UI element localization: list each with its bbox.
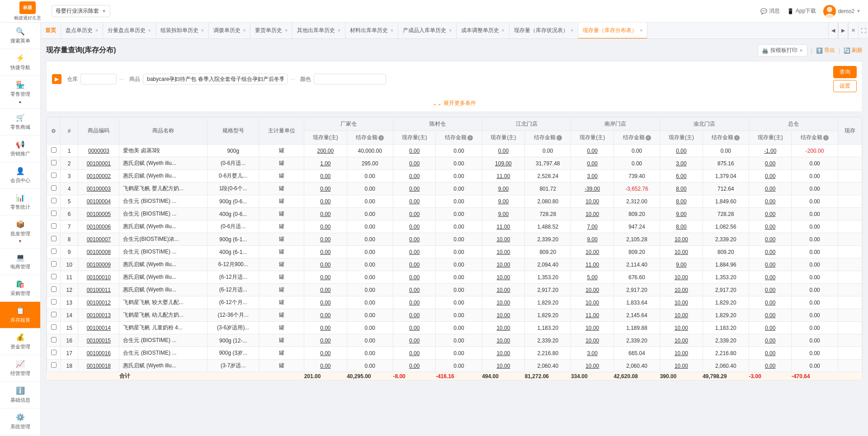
export-button[interactable]: ⬆️ 导出 bbox=[816, 47, 835, 54]
cell-checkbox[interactable] bbox=[47, 183, 61, 195]
tab-8[interactable]: 产成品入库单历史 × bbox=[398, 23, 457, 39]
cell-c-amt: 0.00 bbox=[436, 183, 482, 195]
tab-4[interactable]: 调拨单历史 × bbox=[209, 23, 251, 39]
table-row: 7 00100006 惠氏启赋 (Wyeth illu... (0-6月适...… bbox=[47, 220, 862, 233]
sidebar-item-operations[interactable]: 📈 经营管理 bbox=[0, 355, 40, 382]
cell-checkbox[interactable] bbox=[47, 157, 61, 170]
tab-4-close-icon[interactable]: × bbox=[243, 28, 246, 33]
na-amt-info-icon[interactable]: i bbox=[646, 135, 651, 141]
cell-checkbox[interactable] bbox=[47, 309, 61, 322]
tab-next-btn[interactable]: ▶ bbox=[838, 23, 848, 39]
goods-field: 商品 ··· bbox=[129, 74, 295, 84]
sidebar-item-purchase[interactable]: 🛍️ 采购管理 bbox=[0, 275, 40, 302]
tab-8-close-icon[interactable]: × bbox=[449, 28, 452, 33]
tab-prev-btn[interactable]: ◀ bbox=[828, 23, 838, 39]
cell-t-stock: 0.00 bbox=[749, 246, 792, 258]
tab-2[interactable]: 分量盘点单历史 × bbox=[103, 23, 156, 39]
chen-amt-info-icon[interactable]: i bbox=[467, 135, 473, 141]
tab-6-label: 其他出库单历史 bbox=[297, 27, 335, 34]
cell-name: 惠氏启赋 (Wyeth illu... bbox=[119, 170, 208, 183]
tab-6-close-icon[interactable]: × bbox=[338, 28, 340, 33]
cell-no: 16 bbox=[61, 334, 78, 347]
tab-10-close-icon[interactable]: × bbox=[571, 28, 574, 33]
sidebar-item-nav[interactable]: ⚡ 快捷导航 bbox=[0, 49, 40, 76]
sidebar-item-wholesale[interactable]: 📦 批发管理 ▼ bbox=[0, 216, 40, 248]
cell-checkbox[interactable] bbox=[47, 271, 61, 284]
cell-checkbox[interactable] bbox=[47, 170, 61, 183]
sidebar-item-retail-mall[interactable]: 🛒 零售商城 bbox=[0, 109, 40, 136]
cell-checkbox[interactable] bbox=[47, 246, 61, 258]
print-button[interactable]: 🖨️ 按模板打印 ▼ bbox=[758, 44, 807, 56]
user-area[interactable]: demo2 ▼ bbox=[823, 5, 861, 18]
app-download-btn[interactable]: 📱 App下载 bbox=[787, 7, 816, 15]
more-conditions-button[interactable]: ⌄⌄ 展开更多条件 bbox=[433, 99, 476, 107]
tab-7-close-icon[interactable]: × bbox=[391, 28, 393, 33]
cell-checkbox[interactable] bbox=[47, 360, 61, 372]
cell-unit: 罐 bbox=[259, 296, 304, 309]
tab-10[interactable]: 现存量（库存状况表） × bbox=[509, 23, 579, 39]
query-button[interactable]: 查询 bbox=[833, 66, 857, 78]
col-settings[interactable]: ⚙ bbox=[47, 117, 61, 145]
tab-expand-btn[interactable]: ⛶ bbox=[858, 23, 868, 39]
factory-amt-info-icon[interactable]: i bbox=[378, 135, 384, 141]
cell-c-amt: 0.00 bbox=[436, 360, 482, 372]
tab-7[interactable]: 材料出库单历史 × bbox=[345, 23, 398, 39]
yb-amt-info-icon[interactable]: i bbox=[734, 135, 740, 141]
cell-t-amt: 0.00 bbox=[792, 246, 838, 258]
settings-button[interactable]: 设置 bbox=[833, 80, 857, 92]
cell-checkbox[interactable] bbox=[47, 334, 61, 347]
warehouse-more-icon[interactable]: ··· bbox=[119, 76, 124, 82]
sidebar-item-search[interactable]: 🔍 搜索英单 bbox=[0, 23, 40, 49]
cell-j-stock: 10.00 bbox=[482, 309, 525, 322]
goods-input[interactable] bbox=[143, 74, 288, 84]
cell-checkbox[interactable] bbox=[47, 258, 61, 271]
tab-11[interactable]: 现存量（库存分布表） × bbox=[578, 23, 647, 39]
total-amt-info-icon[interactable]: i bbox=[823, 135, 829, 141]
goods-more-icon[interactable]: ··· bbox=[290, 76, 295, 82]
sidebar-item-finance-label: 资金管理 bbox=[10, 343, 30, 350]
sidebar-item-member[interactable]: 👤 会员中心 bbox=[0, 162, 40, 189]
cell-checkbox[interactable] bbox=[47, 195, 61, 208]
cell-checkbox[interactable] bbox=[47, 208, 61, 220]
sidebar-item-retail-stats[interactable]: 📊 零售统计 bbox=[0, 189, 40, 216]
cell-checkbox[interactable] bbox=[47, 284, 61, 296]
nav-icon: ⚡ bbox=[16, 54, 25, 62]
color-input[interactable] bbox=[314, 74, 386, 84]
sidebar-item-inventory[interactable]: 📋 库存核算 bbox=[0, 302, 40, 328]
sidebar-item-finance[interactable]: 💰 资金管理 bbox=[0, 328, 40, 355]
tab-2-close-icon[interactable]: × bbox=[148, 28, 151, 33]
cell-checkbox[interactable] bbox=[47, 296, 61, 309]
cell-checkbox[interactable] bbox=[47, 322, 61, 334]
cell-y-amt: 809.20 bbox=[703, 246, 749, 258]
cell-checkbox[interactable] bbox=[47, 145, 61, 157]
sidebar-item-marketing[interactable]: 📢 营销推广 bbox=[0, 136, 40, 162]
tab-3[interactable]: 组装拆卸单历史 × bbox=[156, 23, 209, 39]
tab-11-close-icon[interactable]: × bbox=[640, 28, 642, 33]
jb-amt-info-icon[interactable]: i bbox=[557, 135, 562, 141]
cell-checkbox[interactable] bbox=[47, 220, 61, 233]
tab-3-close-icon[interactable]: × bbox=[201, 28, 204, 33]
tab-1-close-icon[interactable]: × bbox=[95, 28, 98, 33]
tab-9[interactable]: 成本调整单历史 × bbox=[457, 23, 509, 39]
tab-5-close-icon[interactable]: × bbox=[285, 28, 288, 33]
warehouse-input[interactable] bbox=[80, 74, 117, 84]
sidebar-item-retail-mgmt[interactable]: 🏪 零售管理 ▲ bbox=[0, 76, 40, 109]
message-btn[interactable]: 💬 消息 bbox=[760, 7, 780, 15]
refresh-button[interactable]: 🔄 刷新 bbox=[844, 47, 863, 54]
cell-f-amt: 0.00 bbox=[347, 360, 393, 372]
tab-6[interactable]: 其他出库单历史 × bbox=[292, 23, 345, 39]
sidebar-item-system[interactable]: ⚙️ 系统管理 bbox=[0, 408, 40, 435]
sidebar-item-ecommerce[interactable]: 💻 电商管理 bbox=[0, 248, 40, 275]
filter-expand-button[interactable]: ▶ bbox=[52, 74, 61, 84]
table-group-header: ⚙ # 商品编码 商品名称 规格型号 主计量单位 厂家仓 陈村仓 江北门店 南岸… bbox=[47, 117, 862, 131]
tab-5[interactable]: 要货单历史 × bbox=[250, 23, 292, 39]
cell-checkbox[interactable] bbox=[47, 347, 61, 360]
tab-9-close-icon[interactable]: × bbox=[502, 28, 505, 33]
tab-home[interactable]: 首页 bbox=[41, 23, 61, 39]
tab-close-all-btn[interactable]: ✕ bbox=[848, 23, 858, 39]
cell-checkbox[interactable] bbox=[47, 233, 61, 246]
industry-dropdown[interactable]: 母婴行业演示陈套 ▼ bbox=[52, 5, 110, 17]
cell-n-amt: 2,339.20 bbox=[613, 334, 660, 347]
tab-1[interactable]: 盘点单历史 × bbox=[61, 23, 103, 39]
sidebar-item-basics[interactable]: ℹ️ 基础信息 bbox=[0, 382, 40, 408]
